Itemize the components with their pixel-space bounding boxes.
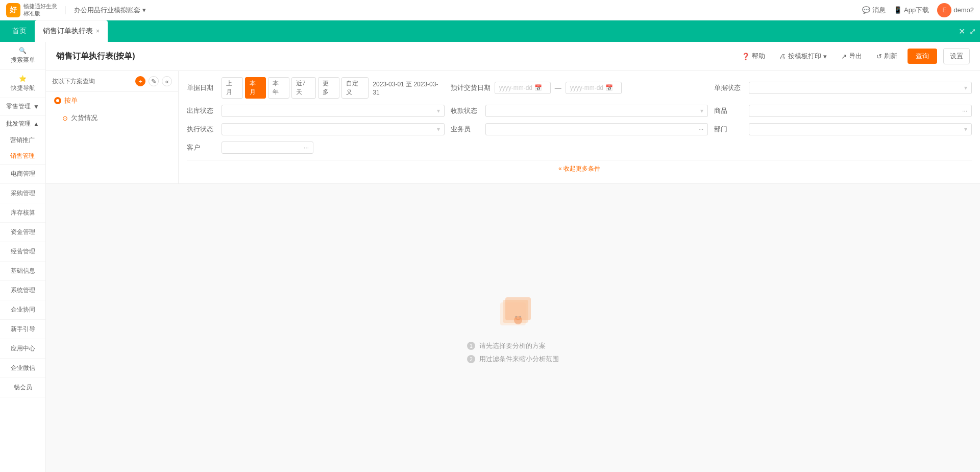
export-button[interactable]: ↗ 导出 (837, 50, 866, 63)
refresh-button[interactable]: ↺ 刷新 (872, 50, 901, 63)
sidebar-item-retail[interactable]: 零售管理 ▼ (0, 98, 45, 115)
user-menu[interactable]: E demo2 (937, 3, 974, 17)
calendar-end-icon: 📅 (605, 84, 613, 91)
tab-expand-icon[interactable]: ⤢ (969, 27, 976, 36)
sidebar-item-quicknav[interactable]: ⭐ 快捷导航 (0, 70, 45, 98)
dept-select[interactable]: ▾ (749, 123, 972, 135)
date-btn-last-month[interactable]: 上月 (222, 77, 243, 99)
scheme-item-按单[interactable]: 按单 (46, 92, 178, 109)
tab-close-window-icon[interactable]: ✕ (959, 27, 965, 36)
dept-label: 部门 (714, 125, 745, 134)
date-btn-more[interactable]: 更多 (318, 77, 339, 99)
tab-sales-order[interactable]: 销售订单执行表 × (35, 20, 108, 42)
settings-button[interactable]: 设置 (943, 48, 970, 64)
print-arrow-icon: ▾ (823, 53, 827, 60)
empty-tip-1: 1 请先选择要分析的方案 (467, 341, 559, 350)
sidebar-item-appstore[interactable]: 应用中心 (0, 339, 45, 359)
sidebar-item-enterprise[interactable]: 企业协同 (0, 300, 45, 320)
out-status-label: 出库状态 (187, 106, 217, 115)
date-range-display: 2023-03-01 至 2023-03-31 (373, 80, 444, 96)
empty-illustration (493, 292, 533, 333)
exec-status-label: 执行状态 (187, 125, 217, 134)
sidebar-item-operations[interactable]: 经营管理 (0, 242, 45, 262)
date-label: 单据日期 (187, 83, 217, 92)
print-template-button[interactable]: 🖨 按模板打印 ▾ (775, 50, 831, 63)
sidebar-item-wholesale[interactable]: 批发管理 ▲ (0, 115, 45, 132)
sidebar-item-wechat[interactable]: 企业微信 (0, 359, 45, 378)
date-btn-custom[interactable]: 自定义 (341, 77, 369, 99)
filter-group-customer: 客户 ··· (187, 141, 972, 154)
exec-status-arrow-icon: ▾ (437, 126, 440, 133)
sidebar-item-system[interactable]: 系统管理 (0, 281, 45, 300)
customer-more-icon[interactable]: ··· (304, 144, 309, 151)
sidebar-item-sales[interactable]: 销售管理 (0, 148, 45, 164)
active-scheme-dot (54, 97, 61, 104)
collapse-filters-button[interactable]: « 收起更多条件 (187, 160, 972, 177)
scheme-child-欠货情况[interactable]: ⊙ 欠货情况 (46, 109, 178, 127)
salesperson-select[interactable]: ··· (485, 123, 708, 135)
receipt-status-select[interactable]: ▾ (485, 105, 708, 117)
sidebar-item-purchase[interactable]: 采购管理 (0, 184, 45, 203)
status-select[interactable]: ▾ (749, 82, 972, 94)
goods-more-icon[interactable]: ··· (962, 107, 967, 114)
logo-area: 好 畅捷通好生意 标准版 (6, 3, 57, 17)
tip-number-1: 1 (467, 342, 475, 350)
expected-date-end[interactable]: yyyy-mm-dd 📅 (566, 82, 622, 94)
breadcrumb[interactable]: 办公用品行业模拟账套 ▾ (74, 6, 146, 15)
top-bar: 好 畅捷通好生意 标准版 办公用品行业模拟账套 ▾ 💬 消息 📱 App下载 E… (0, 0, 980, 20)
empty-state: 1 请先选择要分析的方案 2 用过滤条件来缩小分析范围 (467, 292, 559, 364)
filter-group-date: 单据日期 上月 本月 本年 近7天 更多 自定义 2023-03-01 至 20… (187, 77, 445, 99)
tip-number-2: 2 (467, 355, 475, 363)
sidebar-item-finance[interactable]: 资金管理 (0, 223, 45, 242)
filter-group-salesperson: 业务员 ··· (451, 123, 708, 135)
out-status-select[interactable]: ▾ (222, 105, 445, 117)
message-button[interactable]: 💬 消息 (862, 6, 886, 15)
date-btn-7days[interactable]: 近7天 (291, 77, 316, 99)
filter-group-receipt-status: 收款状态 ▾ (451, 105, 708, 117)
tab-close-icon[interactable]: × (96, 28, 100, 35)
sidebar-item-ecommerce[interactable]: 电商管理 (0, 164, 45, 184)
customer-select[interactable]: ··· (222, 141, 313, 154)
salesperson-more-icon[interactable]: ··· (698, 126, 703, 133)
sidebar-item-basic[interactable]: 基础信息 (0, 262, 45, 281)
app-download-button[interactable]: 📱 App下载 (894, 6, 929, 15)
page-header: 销售订单执行表(按单) ❓ 帮助 🖨 按模板打印 ▾ ↗ 导出 ↺ 刷新 (46, 42, 980, 71)
filter-group-goods: 商品 ··· (714, 105, 972, 117)
sidebar-item-marketing[interactable]: 营销推广 (0, 132, 45, 148)
sidebar-item-newbie[interactable]: 新手引导 (0, 320, 45, 339)
add-scheme-button[interactable]: + (135, 76, 145, 86)
print-icon: 🖨 (779, 53, 786, 60)
tab-home[interactable]: 首页 (4, 20, 35, 42)
sidebar-item-inventory[interactable]: 库存核算 (0, 203, 45, 223)
date-options: 上月 本月 本年 近7天 更多 自定义 (222, 77, 369, 99)
filter-row-1: 单据日期 上月 本月 本年 近7天 更多 自定义 2023-03-01 至 20… (187, 77, 972, 99)
sidebar-item-search[interactable]: 🔍 搜索菜单 (0, 42, 45, 70)
empty-tips: 1 请先选择要分析的方案 2 用过滤条件来缩小分析范围 (467, 341, 559, 364)
help-button[interactable]: ❓ 帮助 (738, 50, 769, 63)
goods-select[interactable]: ··· (749, 105, 972, 117)
status-arrow-icon: ▾ (964, 84, 967, 91)
result-area: 1 请先选择要分析的方案 2 用过滤条件来缩小分析范围 (46, 184, 980, 472)
nav-tabs: 首页 销售订单执行表 × ✕ ⤢ (0, 20, 980, 42)
date-btn-this-year[interactable]: 本年 (268, 77, 289, 99)
page-actions: ❓ 帮助 🖨 按模板打印 ▾ ↗ 导出 ↺ 刷新 查询 设置 (738, 48, 970, 64)
date-btn-this-month[interactable]: 本月 (245, 77, 266, 99)
date-dash: — (555, 84, 561, 92)
svg-point-5 (516, 316, 517, 318)
empty-tip-2: 2 用过滤条件来缩小分析范围 (467, 355, 559, 364)
expected-date-label: 预计交货日期 (451, 83, 491, 92)
nav-tabs-right: ✕ ⤢ (959, 27, 976, 36)
chevron-down-icon: ▼ (33, 103, 39, 110)
sidebar-item-member[interactable]: 畅会员 (0, 378, 45, 397)
svg-point-0 (56, 99, 59, 102)
receipt-status-arrow-icon: ▾ (700, 107, 703, 114)
out-status-arrow-icon: ▾ (437, 107, 440, 114)
exec-status-select[interactable]: ▾ (222, 123, 445, 135)
chevron-up-icon: ▲ (33, 121, 39, 128)
phone-icon: 📱 (894, 6, 902, 14)
query-button[interactable]: 查询 (908, 49, 937, 64)
collapse-scheme-button[interactable]: « (162, 76, 172, 86)
expected-date-start[interactable]: yyyy-mm-dd 📅 (495, 82, 551, 94)
filter-row-4: 客户 ··· (187, 141, 972, 154)
edit-scheme-button[interactable]: ✎ (149, 76, 159, 86)
